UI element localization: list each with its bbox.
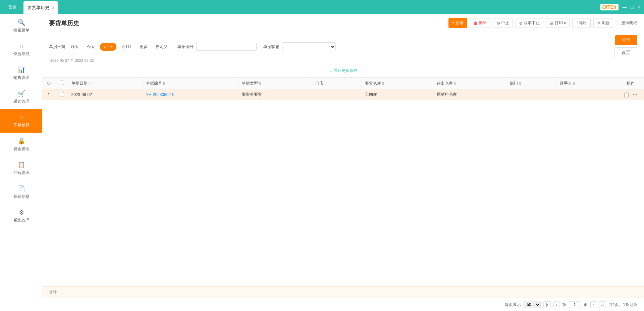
date-btn-group: 昨天 今天 近7天 近1月 更多 自定义 xyxy=(68,43,171,51)
inventory-icon: ⌂ xyxy=(20,114,23,121)
doc-no-input[interactable] xyxy=(196,43,257,51)
print-dropdown-icon: ▾ xyxy=(564,21,566,26)
page-unit: 页 xyxy=(584,302,588,308)
cancel-stop-button[interactable]: ⊘ 取消中止 xyxy=(516,18,543,28)
refresh-button[interactable]: ↻ 刷新 xyxy=(593,18,613,28)
table-footer: 合计： xyxy=(42,286,644,298)
sidebar-item-finance[interactable]: 🔒 资金管理 xyxy=(0,133,42,157)
status-filter: 单据状态 xyxy=(263,42,336,51)
doc-no-filter: 单据编号 xyxy=(177,43,257,51)
sort-shop-icon[interactable]: ⇅ xyxy=(324,82,327,85)
cancel-stop-icon: ⊘ xyxy=(519,21,523,26)
th-settings: ⚙ xyxy=(42,78,56,89)
date-btn-more[interactable]: 更多 xyxy=(137,43,151,51)
quick-nav-icon: ⌂ xyxy=(20,43,23,50)
page-input[interactable]: 1 xyxy=(569,301,581,308)
sidebar-item-operations[interactable]: 📋 经营管理 xyxy=(0,157,42,180)
expand-more-btn[interactable]: ⌄ 展开更多条件 xyxy=(329,68,358,74)
finance-icon: 🔒 xyxy=(18,137,25,145)
add-button[interactable]: + 新增 xyxy=(448,18,467,28)
sort-out-warehouse-icon[interactable]: ⇅ xyxy=(453,82,456,85)
sum-label: 合计： xyxy=(49,290,61,295)
date-btn-7days[interactable]: 近7天 xyxy=(100,43,116,51)
export-button[interactable]: ↑ 导出 xyxy=(572,18,591,28)
query-button[interactable]: 查询 xyxy=(615,35,637,45)
active-tab-label: 要货单历史 xyxy=(28,5,49,11)
date-btn-custom[interactable]: 自定义 xyxy=(153,43,171,51)
page-title: 要货单历史 xyxy=(49,19,79,27)
basics-icon: 📄 xyxy=(18,185,25,192)
sidebar-item-inventory[interactable]: ⌂ 库存核算 xyxy=(0,109,42,133)
prev-page-btn[interactable]: ‹ xyxy=(553,301,559,308)
delete-button[interactable]: 🗑 删除 xyxy=(470,18,490,28)
row-edit-icon[interactable]: 📋 xyxy=(624,92,629,97)
sidebar-item-search-menu[interactable]: 🔍 搜索菜单 xyxy=(0,14,42,38)
select-all-checkbox[interactable] xyxy=(60,81,64,85)
page-size-label: 每页显示 xyxy=(505,302,521,308)
cell-shop xyxy=(312,89,362,100)
page-size-select[interactable]: 50 100 200 xyxy=(524,301,541,308)
tab-close-icon[interactable]: × xyxy=(52,6,54,10)
date-btn-yesterday[interactable]: 昨天 xyxy=(68,43,82,51)
maximize-btn[interactable]: □ xyxy=(631,5,634,10)
data-table: ⚙ 单据日期⇅ 单据编号⇅ 单 xyxy=(42,78,644,100)
sort-doctype-icon[interactable]: ⇅ xyxy=(259,82,261,85)
first-page-btn[interactable]: |‹ xyxy=(543,301,550,308)
cell-doc-type: 要货单要货 xyxy=(238,89,312,100)
cell-date: 2023-06-02 xyxy=(68,89,143,100)
sidebar-item-basics[interactable]: 📄 基础信息 xyxy=(0,180,42,204)
date-filter: 单据日期 昨天 今天 近7天 近1月 更多 自定义 xyxy=(49,43,171,51)
home-label: 首页 xyxy=(8,4,17,10)
print-button[interactable]: 🖨 打印 ▾ xyxy=(546,18,570,28)
next-page-btn[interactable]: › xyxy=(590,301,596,308)
sidebar-label-operations: 经营管理 xyxy=(13,170,30,176)
tab-home[interactable]: 首页 xyxy=(4,0,21,14)
settings-button[interactable]: 设置 xyxy=(614,47,637,58)
th-warehouse: 要货仓库⇅ xyxy=(362,78,433,89)
sidebar-label-purchase: 采购管理 xyxy=(13,99,30,104)
stop-icon: ⊘ xyxy=(497,21,500,26)
sort-warehouse-icon[interactable]: ⇅ xyxy=(382,82,384,85)
th-operations: 操作 xyxy=(617,78,644,89)
operations-icon: 📋 xyxy=(18,161,25,169)
refresh-icon: ↻ xyxy=(597,21,600,26)
status-select[interactable] xyxy=(282,42,336,51)
stop-button[interactable]: ⊘ 中止 xyxy=(493,18,513,28)
sort-date-icon[interactable]: ⇅ xyxy=(88,82,91,85)
sort-department-icon[interactable]: ⇅ xyxy=(519,82,521,85)
print-icon: 🖨 xyxy=(550,21,554,26)
close-btn[interactable]: × xyxy=(637,5,640,10)
delete-icon: 🗑 xyxy=(474,21,478,26)
sidebar-label-search-menu: 搜索菜单 xyxy=(13,28,30,33)
cell-doc-no: YH-20230602-0 xyxy=(143,89,238,100)
chevron-down-icon: ⌄ xyxy=(329,69,332,73)
date-btn-today[interactable]: 今天 xyxy=(84,43,98,51)
minimize-btn[interactable]: — xyxy=(623,5,627,10)
th-doc-no: 单据编号⇅ xyxy=(143,78,238,89)
last-page-btn[interactable]: ›| xyxy=(599,301,606,308)
cell-out-warehouse: 原材料仓库 xyxy=(433,89,506,100)
row-more-icon[interactable]: ⋯ xyxy=(633,92,637,97)
cell-ops: 📋 ⋯ xyxy=(617,89,644,100)
display-detail-toggle[interactable]: 显示明细 xyxy=(616,20,637,26)
sidebar-label-sales: 销售管理 xyxy=(13,75,30,81)
sidebar-item-system[interactable]: ⚙ 系统管理 xyxy=(0,204,42,228)
display-detail-checkbox[interactable] xyxy=(616,21,620,25)
date-btn-1month[interactable]: 近1月 xyxy=(118,43,135,51)
sidebar-item-purchase[interactable]: 🛒 采购管理 xyxy=(0,85,42,109)
row-checkbox[interactable] xyxy=(60,92,64,96)
table-container: ⚙ 单据日期⇅ 单据编号⇅ 单 xyxy=(42,78,644,286)
cell-warehouse: 车间库 xyxy=(362,89,433,100)
sort-handler-icon[interactable]: ⇅ xyxy=(573,82,575,85)
tab-active[interactable]: 要货单历史 × xyxy=(23,1,58,14)
doc-no-link[interactable]: YH-20230602-0 xyxy=(146,92,174,97)
date-range-display: 2023-05-27 至 2023-06-02 xyxy=(50,58,94,63)
column-settings-icon[interactable]: ⚙ xyxy=(47,80,51,86)
sidebar-item-quick-nav[interactable]: ⌂ 快捷导航 xyxy=(0,38,42,61)
sidebar-label-system: 系统管理 xyxy=(13,218,30,223)
sidebar-item-sales[interactable]: 📊 销售管理 xyxy=(0,61,42,85)
cell-check[interactable] xyxy=(56,89,68,100)
top-bar: 首页 要货单历史 × OfTEn — □ × xyxy=(0,0,644,14)
sort-docno-icon[interactable]: ⇅ xyxy=(163,82,165,85)
page-label: 第 xyxy=(562,302,566,308)
